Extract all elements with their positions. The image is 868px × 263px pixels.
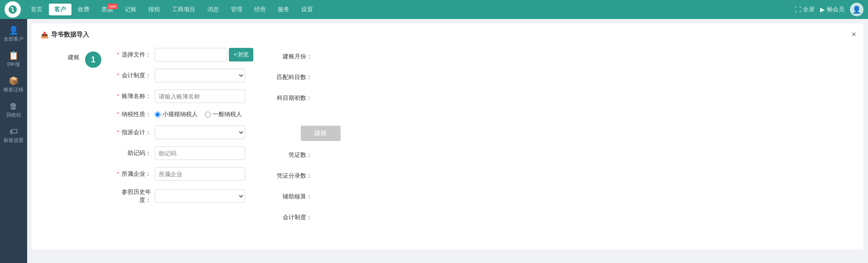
step-badge: 1 bbox=[85, 52, 101, 68]
subject-init-row: 科目期初数： bbox=[271, 91, 370, 105]
nav-message[interactable]: 消息 bbox=[202, 4, 224, 15]
mnemonic-input[interactable] bbox=[155, 146, 245, 160]
accounting-system-info-label: 会计制度： bbox=[271, 213, 312, 221]
voucher-count-label: 凭证数： bbox=[271, 151, 312, 159]
migration-icon: 📦 bbox=[9, 77, 19, 85]
file-input-wrapper: +浏览 bbox=[155, 48, 253, 61]
jiuzhang-month-row: 建账月份： bbox=[271, 50, 370, 63]
sidebar-item-migration[interactable]: 📦 账套迁移 bbox=[1, 73, 26, 97]
all-customers-icon: 👤 bbox=[9, 26, 19, 34]
historical-year-select[interactable] bbox=[155, 189, 245, 203]
logo bbox=[5, 1, 21, 18]
nav-manage[interactable]: 管理 bbox=[225, 4, 248, 15]
voucher-entries-label: 凭证分录数： bbox=[271, 172, 312, 180]
tax-type-row: * 纳税性质： 小规模纳税人 一般纳税人 bbox=[115, 110, 253, 118]
jiuzhang-month-label: 建账月份： bbox=[271, 52, 312, 61]
file-label: * 选择文件： bbox=[115, 51, 151, 59]
nav-tax[interactable]: 报税 bbox=[143, 4, 166, 15]
sidebar-item-label: 标签设置 bbox=[4, 137, 24, 144]
sidebar-item-label: 0申报 bbox=[7, 61, 20, 68]
sidebar-item-recycle[interactable]: 🗑 回收站 bbox=[1, 99, 26, 122]
new-badge: new bbox=[107, 4, 118, 9]
nav-customer[interactable]: 客户 bbox=[49, 4, 71, 15]
historical-year-row: 参照历史年度： bbox=[115, 188, 253, 204]
voucher-entries-row: 凭证分录数： bbox=[271, 169, 370, 183]
avatar[interactable]: 👤 bbox=[850, 3, 863, 16]
tax-type-radio-group: 小规模纳税人 一般纳税人 bbox=[155, 110, 242, 118]
historical-year-label: 参照历史年度： bbox=[115, 188, 151, 204]
browse-button[interactable]: +浏览 bbox=[229, 48, 253, 61]
accountant-label: * 指派会计： bbox=[115, 128, 151, 136]
sidebar-item-label: 账套迁移 bbox=[4, 86, 24, 93]
nav-operation[interactable]: 经营 bbox=[249, 4, 271, 15]
aux-accounting-row: 辅助核算： bbox=[271, 190, 370, 203]
voucher-count-row: 凭证数： bbox=[271, 148, 370, 162]
sidebar-item-tags[interactable]: 🏷 标签设置 bbox=[1, 124, 26, 147]
nav-business[interactable]: 工商项目 bbox=[166, 4, 201, 15]
form-right: 建账月份： 匹配科目数： 科目期初数： 建账 凭证 bbox=[271, 48, 370, 224]
sidebar: 👤 全部客户 📋 0申报 📦 账套迁移 🗑 回收站 🏷 标签设置 bbox=[0, 19, 27, 263]
match-subjects-row: 匹配科目数： bbox=[271, 70, 370, 84]
accounting-system-info-row: 会计制度： bbox=[271, 211, 370, 224]
match-subjects-label: 匹配科目数： bbox=[271, 73, 312, 81]
svg-point-1 bbox=[13, 10, 14, 12]
nav-right: ⛶ 全屏 ▶ 畅会员 👤 bbox=[795, 3, 863, 16]
company-label: * 所属企业： bbox=[115, 170, 151, 178]
top-nav: 首页 客户 收费 票据 new 记账 报税 工商项目 消息 管理 经营 服务 设… bbox=[0, 0, 868, 19]
content-area: 📤 导爷数据导入 × 建账 1 * bbox=[27, 19, 868, 263]
aux-accounting-label: 辅助核算： bbox=[271, 193, 312, 201]
accountant-row: * 指派会计： bbox=[115, 126, 253, 139]
mnemonic-row: 助记码： bbox=[115, 146, 253, 160]
accounting-system-select[interactable] bbox=[155, 69, 245, 82]
nav-ticket[interactable]: 票据 new bbox=[96, 4, 119, 15]
form-container: 建账 1 * 选择文件： +浏览 bbox=[41, 48, 854, 224]
declaration-icon: 📋 bbox=[9, 52, 19, 60]
nav-settings[interactable]: 设置 bbox=[296, 4, 318, 15]
account-name-input[interactable] bbox=[155, 89, 245, 103]
subject-init-label: 科目期初数： bbox=[271, 94, 312, 102]
file-row: * 选择文件： +浏览 bbox=[115, 48, 253, 61]
submit-btn-area: 建账 bbox=[271, 117, 370, 141]
company-row: * 所属企业： bbox=[115, 167, 253, 181]
sidebar-item-declaration[interactable]: 📋 0申报 bbox=[1, 48, 26, 71]
sidebar-item-all-customers[interactable]: 👤 全部客户 bbox=[1, 23, 26, 46]
recycle-icon: 🗑 bbox=[9, 102, 18, 110]
card-title: 📤 导爷数据导入 bbox=[41, 31, 854, 39]
general-taxpayer-radio[interactable]: 一般纳税人 bbox=[205, 110, 242, 118]
small-taxpayer-radio[interactable]: 小规模纳税人 bbox=[155, 110, 198, 118]
accounting-system-row: * 会计制度： bbox=[115, 69, 253, 82]
import-card: 📤 导爷数据导入 × 建账 1 * bbox=[32, 23, 863, 249]
member-btn[interactable]: ▶ 畅会员 bbox=[820, 5, 844, 14]
nav-items: 首页 客户 收费 票据 new 记账 报税 工商项目 消息 管理 经营 服务 设… bbox=[25, 4, 795, 15]
nav-bookkeeping[interactable]: 记账 bbox=[119, 4, 142, 15]
tax-type-label: * 纳税性质： bbox=[115, 110, 151, 118]
accounting-system-label: * 会计制度： bbox=[115, 71, 151, 80]
tags-icon: 🏷 bbox=[9, 127, 18, 136]
form-left: 建账 1 * 选择文件： +浏览 bbox=[68, 48, 253, 224]
nav-fee[interactable]: 收费 bbox=[72, 4, 95, 15]
account-name-row: * 账簿名称： bbox=[115, 89, 253, 103]
sidebar-item-label: 全部客户 bbox=[4, 36, 24, 42]
nav-home[interactable]: 首页 bbox=[25, 4, 48, 15]
file-input[interactable] bbox=[155, 48, 227, 61]
submit-button[interactable]: 建账 bbox=[301, 126, 341, 141]
sidebar-item-label: 回收站 bbox=[6, 112, 21, 118]
form-fields: * 选择文件： +浏览 * 会计制度： bbox=[115, 48, 253, 204]
accountant-select[interactable] bbox=[155, 126, 245, 139]
mnemonic-label: 助记码： bbox=[115, 149, 151, 157]
title-icon: 📤 bbox=[41, 31, 48, 38]
main-layout: 👤 全部客户 📋 0申报 📦 账套迁移 🗑 回收站 🏷 标签设置 📤 导爷数据导… bbox=[0, 19, 868, 263]
company-input[interactable] bbox=[155, 167, 245, 181]
close-button[interactable]: × bbox=[851, 30, 856, 39]
account-name-label: * 账簿名称： bbox=[115, 92, 151, 100]
step-label: 建账 bbox=[68, 53, 80, 61]
fullscreen-btn[interactable]: ⛶ 全屏 bbox=[795, 5, 815, 14]
nav-service[interactable]: 服务 bbox=[272, 4, 295, 15]
